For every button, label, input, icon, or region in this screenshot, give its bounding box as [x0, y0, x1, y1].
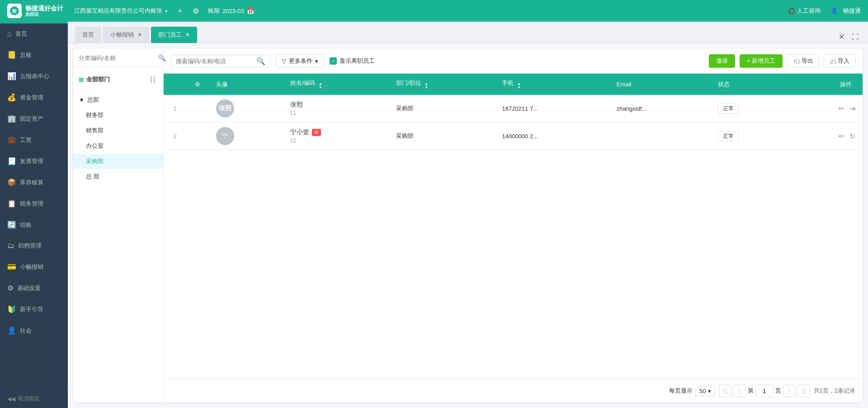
- employee-list: 🔍 ▽ 更多条件 ▾ ✓ 显示离职员工 邀请 + 新增员工: [164, 49, 863, 403]
- expand-window-icon[interactable]: ⛶: [850, 31, 861, 43]
- row-actions: ✏ ⇥: [791, 95, 863, 122]
- payroll-icon: 💼: [7, 136, 16, 144]
- settings-icon[interactable]: ⚙: [191, 5, 201, 17]
- show-resigned-toggle[interactable]: ✓ 显示离职员工: [330, 57, 375, 65]
- row-avatar: 张熙: [209, 95, 283, 122]
- dept-finance[interactable]: 财务部: [73, 108, 163, 123]
- show-resigned-checkbox[interactable]: ✓: [330, 57, 337, 65]
- pagination: 每页显示 50 ▾ ⟨⟨ ⟨ 第 1 页 ⟩ ⟩⟩: [164, 379, 863, 403]
- th-settings[interactable]: ⚙: [186, 74, 209, 95]
- row-status: 正常: [711, 122, 791, 150]
- add-employee-button[interactable]: + 新增员工: [740, 54, 783, 68]
- dept-search-input[interactable]: [79, 55, 155, 61]
- tab-bar: 首页 小畅报销 ✕ 部门员工 ✕ ✕ ⛶: [68, 22, 868, 43]
- import-icon: ↓□: [830, 58, 836, 65]
- inventory-icon: 📦: [7, 178, 16, 187]
- filter-button[interactable]: ▽ 更多条件 ▾: [276, 54, 324, 68]
- close-employee-tab[interactable]: ✕: [185, 32, 190, 38]
- sidebar-item-account[interactable]: 👤 社会: [0, 320, 68, 341]
- sidebar-item-expense[interactable]: 💳 小畅报销: [0, 256, 68, 277]
- row-phone: 14000000 2...: [495, 122, 609, 150]
- row-actions: ✏ ↻: [791, 122, 863, 150]
- tab-home[interactable]: 首页: [75, 27, 101, 43]
- dept-general[interactable]: 总 部: [73, 169, 163, 184]
- sidebar-item-payroll[interactable]: 💼 工资: [0, 129, 68, 150]
- home-icon: ⌂: [7, 30, 12, 38]
- tab-employee[interactable]: 部门员工 ✕: [151, 27, 197, 43]
- edit-icon[interactable]: ✏: [838, 132, 844, 141]
- logout-icon[interactable]: ⇥: [849, 104, 855, 113]
- pin-icon: ◀◀: [7, 396, 15, 402]
- first-page-button[interactable]: ⟨⟨: [719, 385, 731, 397]
- account-icon: 👤: [7, 326, 16, 335]
- th-dept-position[interactable]: 部门/职位 ▲▼: [389, 74, 495, 95]
- dept-tree-header: 🔍: [73, 49, 163, 67]
- next-page-button[interactable]: ⟩: [783, 385, 796, 397]
- row-avatar: 宁: [209, 122, 283, 150]
- sort-icon: ▲▼: [517, 82, 521, 89]
- invoice-icon: 🧾: [7, 157, 16, 165]
- dept-sales[interactable]: 销售部: [73, 123, 163, 138]
- row-number: 1: [164, 95, 186, 122]
- th-status: 状态: [711, 74, 791, 95]
- company-selector[interactable]: 江西服宝精品有限责任公司内账张 ▾: [74, 7, 167, 15]
- invite-button[interactable]: 邀请: [709, 54, 735, 68]
- th-phone[interactable]: 手机 ▲▼: [495, 74, 609, 95]
- pagination-nav: ⟨⟨ ⟨ 第 1 页 ⟩ ⟩⟩: [719, 385, 810, 397]
- sidebar-item-cloud-reports[interactable]: 📊 云报表中心: [0, 66, 68, 87]
- employee-toolbar: 🔍 ▽ 更多条件 ▾ ✓ 显示离职员工 邀请 + 新增员工: [164, 49, 863, 74]
- user-info[interactable]: 👤 畅捷通: [828, 5, 861, 17]
- sidebar-item-home[interactable]: ⌂ 首页: [0, 23, 68, 44]
- th-no: [164, 74, 186, 95]
- last-page-button[interactable]: ⟩⟩: [797, 385, 810, 397]
- avatar: 👤: [828, 5, 840, 17]
- sidebar-item-checkout[interactable]: 🔄 结账: [0, 214, 68, 235]
- sidebar: ⌂ 首页 📒 总账 📊 云报表中心 💰 资金管理 🏢 固定资产 💼 工资 🧾 发…: [0, 22, 68, 408]
- dept-headquarters-header[interactable]: ▼ 总部: [73, 92, 163, 108]
- page-size-dropdown[interactable]: 50 ▾: [695, 386, 715, 396]
- tax-icon: 📋: [7, 199, 16, 208]
- header-actions: ＋ ⚙: [175, 5, 201, 18]
- arrow-down-icon: ▼: [79, 97, 85, 103]
- sidebar-item-guide[interactable]: 🔰 新手引导: [0, 299, 68, 320]
- refresh-icon[interactable]: ↻: [849, 132, 855, 141]
- tab-expense[interactable]: 小畅报销 ✕: [103, 27, 149, 43]
- sidebar-item-inventory[interactable]: 📦 库存核算: [0, 172, 68, 193]
- export-button[interactable]: ↑□ 导出: [787, 54, 819, 68]
- sidebar-item-invoice[interactable]: 🧾 发票管理: [0, 150, 68, 172]
- row-email: [609, 122, 711, 150]
- prev-page-button[interactable]: ⟨: [733, 385, 746, 397]
- sort-icon: ▲▼: [319, 82, 322, 89]
- avatar: 张熙: [216, 99, 234, 117]
- chevron-down-icon: ▾: [315, 58, 318, 65]
- column-settings-icon[interactable]: ⚙: [195, 81, 200, 88]
- add-button[interactable]: ＋: [175, 5, 185, 18]
- import-button[interactable]: ↓□ 导入: [824, 54, 855, 68]
- calendar-icon[interactable]: 📅: [247, 8, 254, 14]
- sidebar-item-archive[interactable]: 🗂 归档管理: [0, 235, 68, 256]
- sidebar-item-general-ledger[interactable]: 📒 总账: [0, 44, 68, 66]
- sidebar-unpin[interactable]: ◀◀ 取消固定: [0, 389, 68, 408]
- dept-all[interactable]: ⊞ 全部部门 ⟨⟨: [73, 71, 163, 90]
- employee-search-input[interactable]: [176, 58, 254, 65]
- close-window-icon[interactable]: ✕: [837, 31, 846, 43]
- dept-tree-collapse-btn[interactable]: ⟨⟨: [148, 75, 158, 84]
- dept-procurement[interactable]: 采购部: [73, 154, 163, 169]
- sidebar-item-settings[interactable]: ⚙ 基础设置: [0, 277, 68, 299]
- row-settings-cell: [186, 122, 209, 150]
- toolbar-right: 邀请 + 新增员工 ↑□ 导出 ↓□ 导入: [709, 54, 855, 68]
- dept-office[interactable]: 办公室: [73, 138, 163, 154]
- chart-icon: 📊: [7, 72, 16, 80]
- sidebar-item-fund-management[interactable]: 💰 资金管理: [0, 87, 68, 108]
- avatar: 宁: [216, 127, 234, 145]
- sidebar-item-fixed-assets[interactable]: 🏢 固定资产: [0, 108, 68, 129]
- row-name-code: 张熙 11: [283, 95, 389, 122]
- service-button[interactable]: 🎧 人工咨询: [788, 7, 821, 15]
- sidebar-item-tax[interactable]: 📋 税务管理: [0, 193, 68, 214]
- edit-icon[interactable]: ✏: [838, 104, 844, 113]
- row-status: 正常: [711, 95, 791, 122]
- close-expense-tab[interactable]: ✕: [137, 32, 142, 38]
- page-number-input[interactable]: 1: [755, 385, 774, 397]
- th-actions: 操作: [791, 74, 863, 95]
- th-name-code[interactable]: 姓名/编码 ▲▼: [283, 74, 389, 95]
